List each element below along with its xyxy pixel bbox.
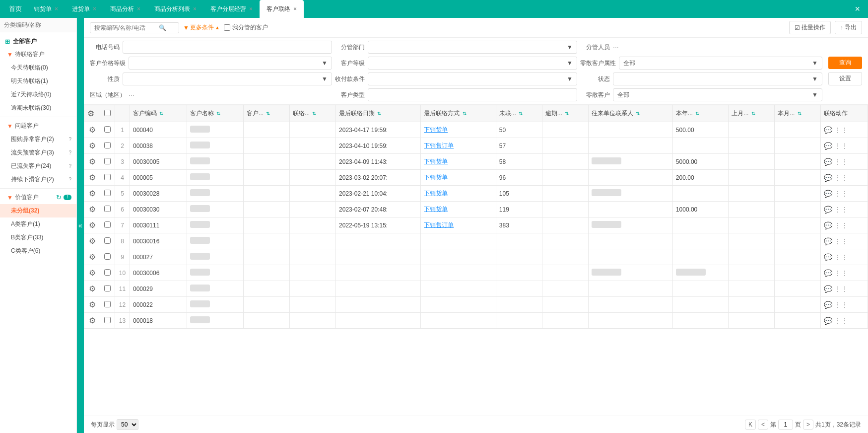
row-settings[interactable]: ⚙: [84, 186, 100, 202]
class-b[interactable]: B类客户(33): [0, 231, 76, 244]
next-page-button[interactable]: >: [803, 420, 813, 430]
region-dots[interactable]: ···: [129, 91, 134, 99]
declining[interactable]: 持续下滑客户(2) ?: [0, 173, 76, 186]
close-product-analysis[interactable]: ×: [137, 5, 140, 12]
comment-icon[interactable]: 💬: [824, 221, 832, 229]
tab-product-analysis-list[interactable]: 商品分析列表 ×: [147, 0, 203, 18]
comment-icon[interactable]: 💬: [824, 317, 832, 325]
value-customers-group[interactable]: ▼ 价值客户 ↻ !: [0, 191, 76, 204]
row-settings[interactable]: ⚙: [84, 233, 100, 249]
comment-icon[interactable]: 💬: [824, 253, 832, 261]
name-column[interactable]: 客户名称 ⇅: [187, 105, 244, 122]
tab-customer-contact[interactable]: 客户联络 ×: [260, 0, 304, 18]
row-checkbox-cell[interactable]: [100, 265, 115, 281]
contact-column[interactable]: 联络... ⇅: [290, 105, 336, 122]
more-icon[interactable]: ⋮⋮: [834, 253, 848, 261]
row-settings[interactable]: ⚙: [84, 265, 100, 281]
this-month-column[interactable]: 本月... ⇅: [775, 105, 821, 122]
class-a[interactable]: A类客户(1): [0, 217, 76, 231]
class-c[interactable]: C类客户(6): [0, 244, 76, 258]
comment-icon[interactable]: 💬: [824, 237, 832, 245]
row-settings[interactable]: ⚙: [84, 313, 100, 329]
today-pending[interactable]: 今天待联络(0): [0, 61, 76, 74]
tomorrow-pending[interactable]: 明天待联络(1): [0, 74, 76, 88]
code-column[interactable]: 客户编码 ⇅: [130, 105, 187, 122]
category-column[interactable]: 客户... ⇅: [244, 105, 290, 122]
row-settings[interactable]: ⚙: [84, 217, 100, 233]
home-tab[interactable]: 首页: [4, 0, 27, 18]
page-number-input[interactable]: [778, 420, 793, 430]
more-icon[interactable]: ⋮⋮: [834, 317, 848, 325]
close-product-analysis-list[interactable]: ×: [193, 5, 197, 12]
external-contact-column[interactable]: 往来单位联系人 ⇅: [588, 105, 672, 122]
retail-customer-select[interactable]: 全部 ▼: [613, 88, 822, 101]
pending-contact-group[interactable]: ▼ 待联络客户: [0, 48, 76, 61]
close-all-button[interactable]: ×: [851, 4, 864, 14]
row-checkbox[interactable]: [104, 221, 111, 228]
row-checkbox-cell[interactable]: [100, 281, 115, 297]
row-checkbox[interactable]: [104, 237, 111, 244]
sidebar-search-input[interactable]: [4, 21, 77, 28]
export-button[interactable]: ↑ 导出: [835, 21, 862, 34]
overdue-pending[interactable]: 逾期未联络(30): [0, 101, 76, 115]
row-settings[interactable]: ⚙: [84, 249, 100, 265]
churn-warning[interactable]: 流失预警客户(3) ?: [0, 146, 76, 159]
reset-button[interactable]: 设置: [828, 72, 862, 85]
row-checkbox[interactable]: [104, 206, 111, 212]
tab-purchase-order[interactable]: 进货单 ×: [65, 0, 103, 18]
search-button[interactable]: 🔍: [159, 24, 166, 31]
more-icon[interactable]: ⋮⋮: [834, 237, 848, 245]
customer-type-input[interactable]: [368, 88, 577, 101]
row-checkbox[interactable]: [104, 174, 111, 180]
hoarding-abnormal[interactable]: 囤购异常客户(2) ?: [0, 133, 76, 146]
batch-op-button[interactable]: ☑ 批量操作: [789, 21, 831, 34]
more-icon[interactable]: ⋮⋮: [834, 158, 848, 166]
retail-attr-select[interactable]: 全部 ▼: [619, 57, 822, 70]
week-pending[interactable]: 近7天待联络(0): [0, 88, 76, 101]
tab-product-analysis[interactable]: 商品分析 ×: [103, 0, 147, 18]
more-icon[interactable]: ⋮⋮: [834, 301, 848, 309]
row-checkbox[interactable]: [104, 158, 111, 164]
tab-sales-order[interactable]: 销货单 ×: [27, 0, 65, 18]
refresh-icon[interactable]: ↻: [56, 194, 62, 201]
close-customer-tier[interactable]: ×: [249, 5, 253, 12]
comment-icon[interactable]: 💬: [824, 206, 832, 214]
more-icon[interactable]: ⋮⋮: [834, 190, 848, 198]
more-icon[interactable]: ⋮⋮: [834, 285, 848, 293]
this-year-column[interactable]: 本年... ⇅: [672, 105, 729, 122]
customer-tier-select[interactable]: ▼: [368, 57, 577, 70]
prev-page-button[interactable]: <: [758, 420, 768, 430]
last-contact-method-column[interactable]: 最后联络方式 ⇅: [421, 105, 496, 122]
row-checkbox-cell[interactable]: [100, 202, 115, 217]
row-checkbox[interactable]: [104, 317, 111, 323]
row-settings[interactable]: ⚙: [84, 281, 100, 297]
all-customers-header[interactable]: ⊞ 全部客户: [0, 32, 76, 48]
row-checkbox-cell[interactable]: [100, 170, 115, 186]
row-checkbox[interactable]: [104, 301, 111, 307]
not-contact-column[interactable]: 未联... ⇅: [496, 105, 542, 122]
settings-column[interactable]: ⚙: [84, 105, 100, 122]
close-sales-order[interactable]: ×: [55, 5, 58, 12]
row-settings[interactable]: ⚙: [84, 202, 100, 217]
row-checkbox[interactable]: [104, 190, 111, 196]
last-month-column[interactable]: 上月... ⇅: [729, 105, 775, 122]
dept-select[interactable]: ▼: [368, 41, 577, 54]
row-checkbox[interactable]: [104, 142, 111, 148]
phone-input[interactable]: [123, 41, 332, 54]
comment-icon[interactable]: 💬: [824, 269, 832, 277]
row-checkbox-cell[interactable]: [100, 186, 115, 202]
more-icon[interactable]: ⋮⋮: [834, 221, 848, 229]
row-checkbox[interactable]: [104, 285, 111, 291]
comment-icon[interactable]: 💬: [824, 190, 832, 198]
ungrouped[interactable]: 未分组(32): [0, 204, 76, 217]
more-icon[interactable]: ⋮⋮: [834, 174, 848, 182]
row-settings[interactable]: ⚙: [84, 122, 100, 138]
nature-select[interactable]: ▼: [123, 72, 332, 85]
first-page-button[interactable]: K: [745, 420, 756, 430]
row-checkbox[interactable]: [104, 126, 111, 133]
row-settings[interactable]: ⚙: [84, 297, 100, 313]
query-button[interactable]: 查询: [828, 57, 862, 69]
comment-icon[interactable]: 💬: [824, 158, 832, 166]
comment-icon[interactable]: 💬: [824, 126, 832, 134]
more-conditions-button[interactable]: ▼ 更多条件 ▲: [183, 23, 220, 32]
